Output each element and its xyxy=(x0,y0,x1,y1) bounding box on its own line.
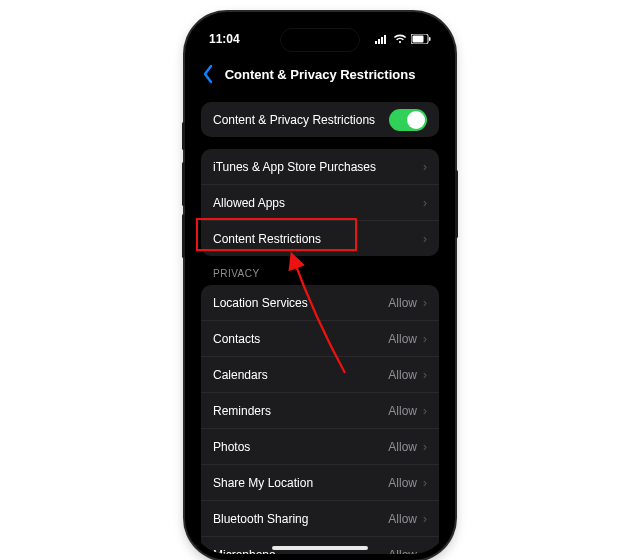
row-value: Allow xyxy=(388,332,417,346)
row-contacts[interactable]: ContactsAllow› xyxy=(201,320,439,356)
chevron-right-icon: › xyxy=(423,160,427,174)
chevron-right-icon: › xyxy=(423,476,427,490)
row-label: iTunes & App Store Purchases xyxy=(213,160,376,174)
row-itunes-app-store[interactable]: iTunes & App Store Purchases › xyxy=(201,149,439,184)
row-content-restrictions[interactable]: Content Restrictions › xyxy=(201,220,439,256)
group-restrictions: iTunes & App Store Purchases › Allowed A… xyxy=(201,149,439,256)
row-label: Bluetooth Sharing xyxy=(213,512,308,526)
volume-up-button xyxy=(182,162,185,206)
chevron-right-icon: › xyxy=(423,232,427,246)
row-label: Reminders xyxy=(213,404,271,418)
chevron-right-icon: › xyxy=(423,368,427,382)
mute-switch xyxy=(182,122,185,150)
row-label: Location Services xyxy=(213,296,308,310)
row-reminders[interactable]: RemindersAllow› xyxy=(201,392,439,428)
svg-rect-0 xyxy=(375,41,377,44)
volume-down-button xyxy=(182,214,185,258)
group-privacy: Location ServicesAllow› ContactsAllow› C… xyxy=(201,285,439,554)
row-value: Allow xyxy=(388,368,417,382)
chevron-right-icon: › xyxy=(423,196,427,210)
iphone-frame: 11:04 Content & Privacy Restrictions Con… xyxy=(185,12,455,560)
cellular-icon xyxy=(375,34,389,44)
row-location-services[interactable]: Location ServicesAllow› xyxy=(201,285,439,320)
chevron-left-icon xyxy=(201,64,215,84)
row-label: Photos xyxy=(213,440,250,454)
row-value: Allow xyxy=(388,440,417,454)
nav-bar: Content & Privacy Restrictions xyxy=(191,58,449,90)
row-content-privacy-toggle[interactable]: Content & Privacy Restrictions xyxy=(201,102,439,137)
row-share-my-location[interactable]: Share My LocationAllow› xyxy=(201,464,439,500)
power-button xyxy=(455,170,458,238)
battery-icon xyxy=(411,34,431,44)
row-allowed-apps[interactable]: Allowed Apps › xyxy=(201,184,439,220)
row-label: Allowed Apps xyxy=(213,196,285,210)
page-title: Content & Privacy Restrictions xyxy=(225,67,416,82)
row-label: Content Restrictions xyxy=(213,232,321,246)
row-label: Content & Privacy Restrictions xyxy=(213,113,375,127)
row-value: Allow xyxy=(388,296,417,310)
row-label: Microphone xyxy=(213,548,276,555)
svg-rect-2 xyxy=(381,37,383,44)
row-label: Share My Location xyxy=(213,476,313,490)
status-bar: 11:04 xyxy=(191,28,449,50)
svg-rect-1 xyxy=(378,39,380,44)
row-value: Allow xyxy=(388,512,417,526)
chevron-right-icon: › xyxy=(423,404,427,418)
row-label: Contacts xyxy=(213,332,260,346)
chevron-right-icon: › xyxy=(423,548,427,555)
toggle-switch[interactable] xyxy=(389,109,427,131)
wifi-icon xyxy=(393,34,407,44)
row-bluetooth-sharing[interactable]: Bluetooth SharingAllow› xyxy=(201,500,439,536)
row-calendars[interactable]: CalendarsAllow› xyxy=(201,356,439,392)
settings-content: Content & Privacy Restrictions iTunes & … xyxy=(191,96,449,554)
section-header-privacy: PRIVACY xyxy=(213,268,427,279)
group-toggle: Content & Privacy Restrictions xyxy=(201,102,439,137)
row-value: Allow xyxy=(388,476,417,490)
row-label: Calendars xyxy=(213,368,268,382)
row-photos[interactable]: PhotosAllow› xyxy=(201,428,439,464)
svg-rect-6 xyxy=(429,37,431,41)
home-indicator xyxy=(272,546,368,550)
chevron-right-icon: › xyxy=(423,332,427,346)
status-time: 11:04 xyxy=(209,32,240,46)
row-value: Allow xyxy=(388,404,417,418)
back-button[interactable] xyxy=(201,64,215,87)
chevron-right-icon: › xyxy=(423,512,427,526)
chevron-right-icon: › xyxy=(423,440,427,454)
chevron-right-icon: › xyxy=(423,296,427,310)
row-microphone[interactable]: MicrophoneAllow› xyxy=(201,536,439,554)
svg-rect-5 xyxy=(413,36,424,43)
svg-rect-3 xyxy=(384,35,386,44)
row-value: Allow xyxy=(388,548,417,555)
